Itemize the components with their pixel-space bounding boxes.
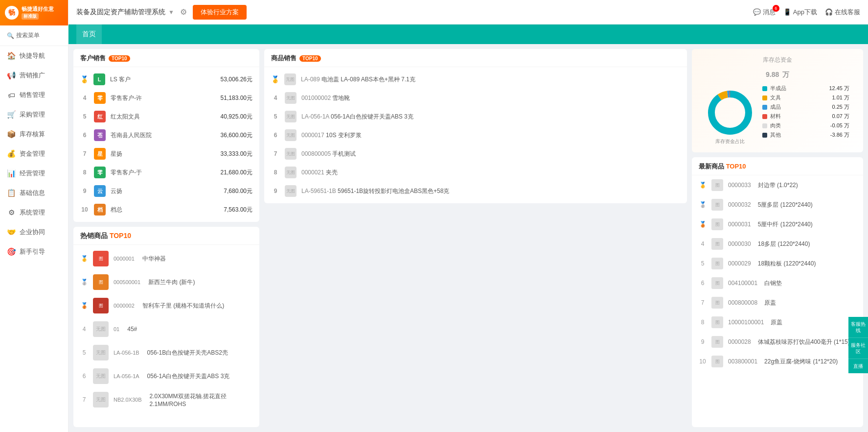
product-code: 0000002	[114, 303, 135, 309]
app-download-button[interactable]: 📱 App下载	[783, 8, 817, 17]
trial-button[interactable]: 体验行业方案	[193, 5, 247, 20]
message-button[interactable]: 💬 消息 6	[753, 8, 776, 17]
list-item: 🥇 图 0000001 中华神器	[73, 247, 259, 270]
customer-name: 红太阳文具	[111, 113, 216, 121]
settings-icon[interactable]: ⚙	[180, 7, 187, 17]
legend-dot	[762, 114, 767, 119]
rank-number: 7	[80, 396, 88, 403]
hot-products-header: 热销商品 TOP10	[73, 227, 259, 245]
table-row: 5 红 红太阳文具 40,925.00元	[73, 107, 259, 126]
table-row: 6 苍 苍南县人民医院 36,600.00元	[73, 126, 259, 144]
stock-legend: 半成品 12.45 万 文具 1.01 万 成品 0.25 万	[762, 85, 849, 141]
customer-top10-header: 客户销售 TOP10	[73, 49, 259, 67]
legend-item: 肉类 -0.05 万	[762, 122, 849, 129]
sidebar-search[interactable]: 🔍 搜索菜单	[0, 25, 68, 46]
legend-dot	[762, 86, 767, 91]
list-item: 5 无图 LA-056-1B 056-1B白色按键开关壳ABS2壳	[73, 341, 259, 364]
sidebar-item-nav[interactable]: 🏠 快捷导航	[0, 46, 68, 66]
product-thumbnail: 图	[711, 218, 723, 230]
sidebar-item-base[interactable]: 📋 基础信息	[0, 183, 68, 203]
sidebar-item-operations[interactable]: 📊 经营管理	[0, 164, 68, 183]
operations-icon: 📊	[7, 169, 16, 178]
legend-dot	[762, 123, 767, 128]
product-name: 中华神器	[142, 255, 252, 263]
rank-number: 7	[80, 150, 89, 157]
product-info: 0000021 夹壳	[301, 168, 680, 177]
system-icon: ⚙	[7, 208, 16, 217]
product-thumbnail: 图	[93, 298, 109, 313]
product-thumbnail: 图	[711, 336, 723, 348]
list-item: 8 图 10000100001 原盖	[692, 312, 863, 332]
product-info: LA-089 电池盖 LA-089 ABS本色+黑种 7.1克	[301, 75, 680, 84]
hot-products-card: 热销商品 TOP10 🥇 图 0000001 中华神器 🥈 图	[73, 227, 259, 427]
customer-service-hotline-button[interactable]: 客服热线	[848, 317, 868, 338]
service-community-button[interactable]: 服务社区	[848, 338, 868, 359]
legend-item: 文具 1.01 万	[762, 94, 849, 101]
sidebar-item-sales[interactable]: 🏷 销售管理	[0, 85, 68, 105]
list-item: 6 图 004100001 白钢垫	[692, 273, 863, 293]
rank-number: 4	[80, 95, 89, 101]
product-code: 10000100001	[728, 319, 764, 326]
product-code: 0000001	[114, 256, 135, 262]
sidebar-item-finance[interactable]: 💰 资金管理	[0, 144, 68, 164]
customer-name: 云扬	[111, 187, 219, 195]
product-sales-badge: TOP10	[299, 55, 321, 62]
sidebar-item-stock[interactable]: 📦 库存核算	[0, 124, 68, 144]
dropdown-icon[interactable]: ▼	[168, 9, 174, 16]
avatar: 红	[94, 111, 106, 122]
customer-service-button[interactable]: 🎧 在线客服	[825, 8, 860, 17]
sidebar-item-company[interactable]: 🤝 企业协同	[0, 222, 68, 242]
guide-icon: 🎯	[7, 247, 16, 256]
list-item: 🥈 图 000500001 新西兰牛肉 (新牛)	[73, 270, 259, 294]
customer-value: 36,600.00元	[221, 131, 252, 140]
product-sales-list: 🥇 无图 LA-089 电池盖 LA-089 ABS本色+黑种 7.1克 4 无…	[264, 67, 687, 203]
middle-panel: 商品销售 TOP10 🥇 无图 LA-089 电池盖 LA-089 ABS本色+…	[264, 49, 687, 427]
product-thumbnail: 图	[93, 251, 109, 266]
product-thumbnail: 图	[711, 297, 723, 309]
product-name: 新西兰牛肉 (新牛)	[148, 278, 252, 287]
product-name: 5厘中纤 (1220*2440)	[758, 220, 856, 229]
rank-number: 8	[699, 319, 707, 326]
rank-number: 🥈	[699, 201, 707, 208]
sidebar-item-marketing[interactable]: 📢 营销推广	[0, 66, 68, 85]
avatar: 零	[94, 167, 106, 178]
headset-icon: 🎧	[825, 8, 833, 16]
avatar: L	[93, 73, 105, 85]
product-name: 原盖	[764, 299, 856, 307]
sales-icon: 🏷	[7, 91, 16, 99]
live-button[interactable]: 直播	[848, 359, 868, 373]
marketing-icon: 📢	[7, 71, 16, 80]
search-menu-button[interactable]: 🔍 搜索菜单	[5, 29, 63, 42]
rank-number: 9	[80, 188, 89, 194]
hot-products-title: 热销商品 TOP10	[80, 232, 131, 240]
product-info: 0000017 10S 变利罗浆	[301, 131, 680, 140]
stock-total-label: 库存总资金	[699, 56, 856, 64]
product-thumbnail: 无图	[93, 368, 109, 384]
rank-number: 4	[271, 95, 280, 101]
customer-name: 星扬	[111, 150, 216, 158]
rank-number: 5	[80, 349, 88, 356]
purchase-icon: 🛒	[7, 110, 16, 119]
list-item: 🥇 图 0000033 封边带 (1.0*22)	[692, 175, 863, 195]
product-thumbnail: 无图	[285, 167, 297, 178]
rank-number: 5	[80, 113, 89, 120]
legend-item: 半成品 12.45 万	[762, 85, 849, 92]
product-name: 2.0X30MM双搓花轴.搓花直径2.1MM/ROHS	[149, 392, 252, 408]
product-name: 封边带 (1.0*22)	[758, 181, 856, 190]
table-row: 4 零 零售客户-许 51,183.00元	[73, 89, 259, 107]
table-row: 8 无图 0000021 夹壳	[264, 163, 687, 182]
product-code: 0000031	[728, 221, 751, 228]
table-row: 🥇 无图 LA-089 电池盖 LA-089 ABS本色+黑种 7.1克	[264, 70, 687, 89]
home-tab[interactable]: 首页	[76, 24, 102, 44]
topbar-right: 💬 消息 6 📱 App下载 🎧 在线客服	[753, 8, 860, 17]
company-icon: 🤝	[7, 228, 16, 237]
product-sales-card: 商品销售 TOP10 🥇 无图 LA-089 电池盖 LA-089 ABS本色+…	[264, 49, 687, 203]
sidebar-item-guide[interactable]: 🎯 新手引导	[0, 242, 68, 262]
base-icon: 📋	[7, 189, 16, 197]
sidebar-item-system[interactable]: ⚙ 系统管理	[0, 203, 68, 222]
product-code: LA-056-1B	[114, 350, 139, 356]
finance-icon: 💰	[7, 149, 16, 158]
product-name: 056-1B白色按键开关壳ABS2壳	[147, 349, 252, 357]
rank-number: 5	[699, 260, 707, 267]
sidebar-item-purchase[interactable]: 🛒 采购管理	[0, 105, 68, 124]
